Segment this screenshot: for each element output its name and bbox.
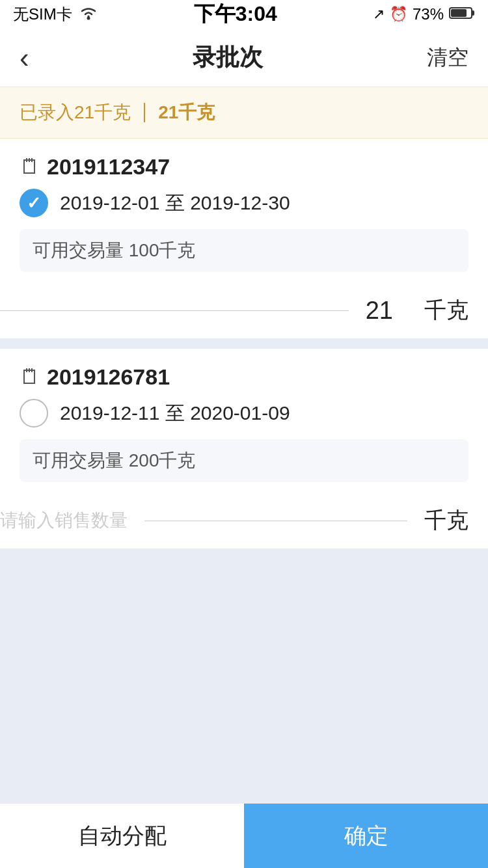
info-label: 已录入21千克 [20,100,131,125]
batch2-row[interactable]: 2019-12-11 至 2020-01-09 [20,399,468,427]
batch1-date: 2019-12-01 至 2019-12-30 [60,190,290,217]
batch1-icon: 🗒 [20,155,40,179]
bottom-bar: 自动分配 确定 [0,803,488,868]
batch2-qty-row: 请输入销售数量 千克 [0,495,488,549]
auto-distribute-button[interactable]: 自动分配 [0,804,244,868]
battery-text: 73% [413,5,444,23]
svg-rect-3 [451,9,467,17]
svg-point-0 [87,17,90,20]
batch2-avail-text: 可用交易量 200千克 [33,450,196,470]
info-divider [144,103,145,122]
batch1-id: 2019112347 [47,154,170,180]
batch1-avail: 可用交易量 100千克 [20,229,468,272]
batch1-card: 🗒 2019112347 2019-12-01 至 2019-12-30 可用交… [0,139,488,338]
back-button[interactable]: ‹ [20,44,29,72]
status-right: ↗ ⏰ 73% [373,5,475,25]
batch2-unit: 千克 [424,506,468,536]
batch1-qty-row: 21 千克 [0,285,488,338]
status-time: 下午3:04 [194,0,277,29]
batch2-date: 2019-12-11 至 2020-01-09 [60,400,290,427]
batch1-unit: 千克 [424,295,468,325]
page-title: 录批次 [193,42,263,74]
confirm-button[interactable]: 确定 [244,804,488,868]
batch2-avail: 可用交易量 200千克 [20,439,468,482]
svg-rect-2 [472,10,474,16]
batch2-id: 2019126781 [47,364,170,390]
batch2-qty-placeholder: 请输入销售数量 [0,508,128,533]
batch2-radio[interactable] [20,399,48,427]
section-divider-2 [0,549,488,559]
alarm-icon: ⏰ [390,6,407,23]
batch1-section: 🗒 2019112347 2019-12-01 至 2019-12-30 可用交… [0,139,488,272]
battery-icon [449,5,475,25]
clear-button[interactable]: 清空 [427,44,468,72]
info-banner: 已录入21千克 21千克 [0,87,488,139]
batch1-row[interactable]: 2019-12-01 至 2019-12-30 [20,189,468,217]
info-value: 21千克 [158,100,215,125]
batch2-section: 🗒 2019126781 2019-12-11 至 2020-01-09 可用交… [0,349,488,482]
batch1-qty-value: 21 [366,297,393,325]
batch2-header: 🗒 2019126781 [20,364,468,390]
sim-status: 无SIM卡 [13,4,72,25]
batch2-icon: 🗒 [20,365,40,389]
batch1-header: 🗒 2019112347 [20,154,468,180]
status-bar: 无SIM卡 下午3:04 ↗ ⏰ 73% [0,0,488,29]
batch2-card: 🗒 2019126781 2019-12-11 至 2020-01-09 可用交… [0,349,488,549]
batch1-radio[interactable] [20,189,48,217]
location-icon: ↗ [373,6,385,23]
nav-bar: ‹ 录批次 清空 [0,29,488,87]
status-left: 无SIM卡 [13,4,98,25]
content-wrapper: 🗒 2019112347 2019-12-01 至 2019-12-30 可用交… [0,139,488,854]
batch1-avail-text: 可用交易量 100千克 [33,240,196,260]
wifi-icon [79,4,98,25]
section-divider-1 [0,338,488,349]
